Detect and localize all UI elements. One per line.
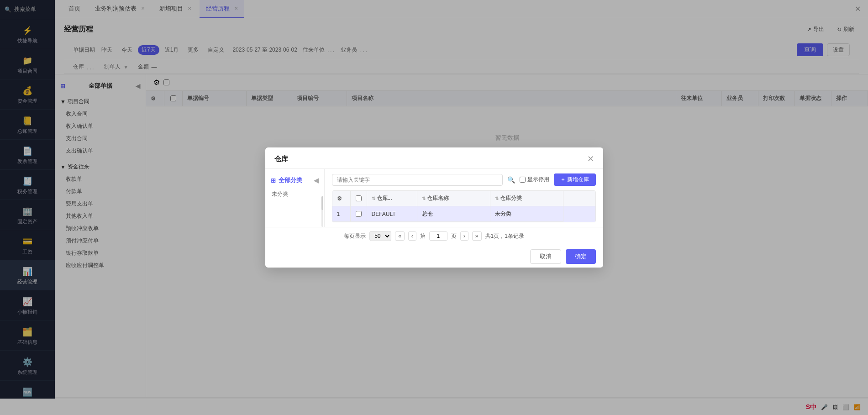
modal-search-input[interactable] [332, 174, 503, 186]
modal-total: 共1页，1条记录 [485, 232, 524, 240]
modal-sidebar-unclassified[interactable]: 未分类 [265, 187, 324, 201]
modal-next-page[interactable]: › [460, 231, 468, 241]
modal-right-content: 🔍 显示停用 ＋ 新增仓库 ⚙ ⇅ 仓库... [325, 169, 603, 227]
modal-last-page[interactable]: » [472, 231, 482, 241]
modal-body: ⊞ 全部分类 ◀ 未分类 🔍 显示停用 [265, 169, 603, 227]
modal-confirm-button[interactable]: 确定 [566, 249, 596, 264]
modal-per-page-label: 每页显示 [344, 232, 366, 240]
modal-sidebar-header: ⊞ 全部分类 ◀ [265, 173, 324, 187]
modal-per-page-select[interactable]: 50 [369, 231, 391, 241]
modal-td-checkbox[interactable] [351, 206, 367, 222]
modal-td-code: DEFAULT [367, 206, 417, 222]
grid-icon: ⊞ [271, 177, 276, 184]
modal-page-label: 第 [420, 232, 426, 240]
modal-th-code: ⇅ 仓库... [367, 191, 417, 206]
modal-table: ⚙ ⇅ 仓库... ⇅ 仓库名称 ⇅ 仓库分类 [332, 190, 596, 222]
modal-overlay: 仓库 ✕ ⊞ 全部分类 ◀ 未分类 [0, 0, 868, 415]
modal-th-name: ⇅ 仓库名称 [417, 191, 490, 206]
warehouse-modal: 仓库 ✕ ⊞ 全部分类 ◀ 未分类 [265, 147, 603, 268]
modal-td-category: 未分类 [490, 206, 563, 222]
modal-show-disabled-label: 显示停用 [520, 176, 549, 184]
modal-show-disabled-checkbox[interactable] [520, 177, 526, 183]
modal-title: 仓库 [274, 155, 288, 163]
modal-scrollbar-thumb [321, 196, 323, 210]
modal-cancel-button[interactable]: 取消 [530, 249, 561, 264]
modal-sidebar-collapse[interactable]: ◀ [314, 177, 319, 184]
modal-td-name: 总仓 [417, 206, 490, 222]
modal-th-category: ⇅ 仓库分类 [490, 191, 563, 206]
modal-table-row[interactable]: 1 DEFAULT 总仓 未分类 [332, 206, 595, 222]
modal-scrollbar-track [321, 196, 323, 227]
modal-actions: 取消 确定 [273, 246, 596, 264]
modal-prev-page[interactable]: ‹ [408, 231, 416, 241]
modal-pagination: 每页显示 50 « ‹ 第 页 › » 共1页，1条记录 [273, 231, 596, 241]
modal-close-button[interactable]: ✕ [587, 154, 594, 164]
modal-first-page[interactable]: « [395, 231, 405, 241]
modal-header: 仓库 ✕ [265, 147, 603, 169]
modal-td-seq: 1 [332, 206, 351, 222]
modal-add-button[interactable]: ＋ 新增仓库 [554, 173, 595, 186]
modal-th-settings: ⚙ [332, 191, 351, 206]
modal-sidebar: ⊞ 全部分类 ◀ 未分类 [265, 169, 325, 227]
modal-page-suffix: 页 [451, 232, 457, 240]
modal-all-label[interactable]: 全部分类 [279, 176, 302, 184]
modal-page-input[interactable] [429, 231, 447, 241]
modal-table-header: ⚙ ⇅ 仓库... ⇅ 仓库名称 ⇅ 仓库分类 [332, 191, 595, 206]
modal-toolbar: 🔍 显示停用 ＋ 新增仓库 [332, 173, 596, 186]
modal-footer: 每页显示 50 « ‹ 第 页 › » 共1页，1条记录 取消 确定 [265, 227, 603, 268]
modal-th-checkbox[interactable] [351, 191, 367, 206]
modal-search-button[interactable]: 🔍 [507, 176, 515, 184]
